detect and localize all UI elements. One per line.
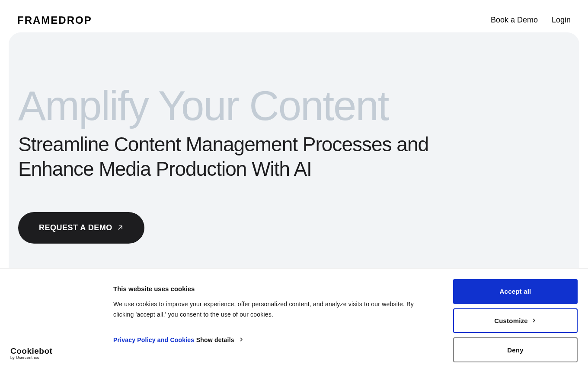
privacy-policy-link[interactable]: Privacy Policy and Cookies <box>113 336 194 343</box>
customize-button[interactable]: Customize <box>453 308 578 333</box>
hero-subtitle: Streamline Content Management Processes … <box>18 132 459 182</box>
show-details-label: Show details <box>196 336 234 343</box>
brand-logo: FRAMEDROP <box>17 14 92 26</box>
cookie-actions: Accept all Customize Deny <box>453 279 578 362</box>
request-demo-button[interactable]: REQUEST A DEMO <box>18 212 144 244</box>
accept-all-label: Accept all <box>500 288 531 295</box>
nav-book-demo[interactable]: Book a Demo <box>491 16 538 25</box>
request-demo-label: REQUEST A DEMO <box>39 223 112 232</box>
arrow-up-right-icon <box>117 224 124 231</box>
header-nav: Book a Demo Login <box>491 16 571 25</box>
cookie-provider-name: Cookiebot <box>10 346 113 356</box>
site-header: FRAMEDROP Book a Demo Login <box>0 0 588 32</box>
cookie-banner: Cookiebot by Usercentrics This website u… <box>0 268 588 371</box>
cookie-provider-logo: Cookiebot by Usercentrics <box>10 279 113 362</box>
customize-label: Customize <box>494 317 528 324</box>
chevron-right-icon <box>239 336 244 343</box>
chevron-right-icon <box>531 317 537 324</box>
cookie-provider-byline: by Usercentrics <box>10 355 113 360</box>
cookie-content: This website uses cookies We use cookies… <box>113 279 453 362</box>
nav-login[interactable]: Login <box>552 16 571 25</box>
cookie-text: We use cookies to improve your experienc… <box>113 299 436 320</box>
deny-button[interactable]: Deny <box>453 337 578 362</box>
hero-title: Amplify Your Content <box>18 84 571 128</box>
show-details-button[interactable]: Show details <box>196 336 244 343</box>
cookie-title: This website uses cookies <box>113 285 436 292</box>
svg-line-0 <box>118 226 122 229</box>
brand-logo-text: FRAMEDROP <box>17 14 92 26</box>
accept-all-button[interactable]: Accept all <box>453 279 578 304</box>
deny-label: Deny <box>507 346 523 354</box>
